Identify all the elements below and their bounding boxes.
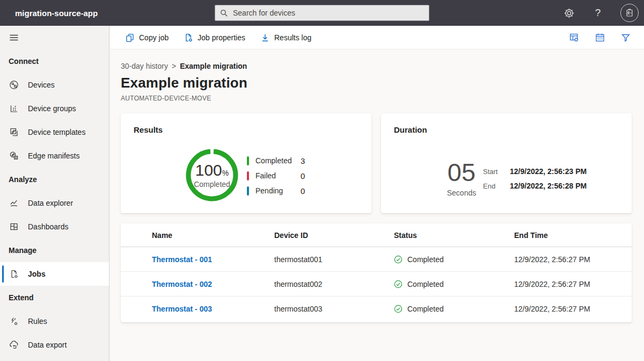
legend-label: Pending bbox=[255, 186, 301, 195]
legend-color-failed bbox=[247, 171, 249, 180]
legend-value: 0 bbox=[301, 171, 305, 180]
legend-item-failed: Failed 0 bbox=[247, 170, 305, 181]
filter-button[interactable] bbox=[620, 32, 631, 43]
search-icon bbox=[219, 9, 229, 18]
column-header-status[interactable]: Status bbox=[394, 231, 514, 240]
sidebar-item-label: Device templates bbox=[28, 128, 85, 136]
sidebar-item-label: Data explorer bbox=[28, 199, 73, 207]
column-options-icon bbox=[569, 32, 580, 43]
rules-icon bbox=[9, 316, 19, 327]
donut-percent-sign: % bbox=[222, 169, 229, 177]
status-text: Completed bbox=[407, 305, 444, 313]
legend-value: 3 bbox=[301, 156, 305, 165]
sidebar-item-jobs[interactable]: Jobs bbox=[0, 262, 109, 286]
column-header-device-id[interactable]: Device ID bbox=[274, 231, 394, 240]
sidebar-section-manage: Manage bbox=[0, 239, 109, 262]
gear-icon bbox=[564, 8, 575, 19]
legend-item-pending: Pending 0 bbox=[247, 185, 305, 196]
column-header-end-time[interactable]: End Time bbox=[514, 231, 632, 240]
top-bar: migration-source-app ? bbox=[0, 0, 644, 26]
device-link[interactable]: Thermostat - 003 bbox=[152, 305, 274, 313]
duration-card: Duration 05 Seconds Start 12/9/2022, 2:5… bbox=[381, 113, 632, 213]
sidebar-item-devices[interactable]: Devices bbox=[0, 73, 109, 97]
end-time-row: End 12/9/2022, 2:56:28 PM bbox=[483, 182, 587, 192]
account-button[interactable] bbox=[620, 4, 639, 22]
help-button[interactable]: ? bbox=[591, 6, 604, 19]
column-options-button[interactable] bbox=[569, 32, 580, 43]
device-templates-icon bbox=[9, 127, 19, 138]
copy-job-button[interactable]: Copy job bbox=[125, 33, 169, 42]
sidebar-item-data-explorer[interactable]: Data explorer bbox=[0, 191, 109, 215]
copy-icon bbox=[125, 33, 135, 42]
selected-indicator bbox=[2, 265, 4, 283]
device-groups-icon bbox=[9, 103, 19, 114]
legend-item-completed: Completed 3 bbox=[247, 155, 305, 166]
results-card: Results 100 % Completed Completed 3 bbox=[121, 113, 371, 213]
copy-job-label: Copy job bbox=[139, 33, 169, 42]
edge-manifests-icon bbox=[9, 150, 19, 161]
start-label: Start bbox=[483, 168, 507, 176]
duration-value-block: 05 Seconds bbox=[434, 158, 489, 197]
sidebar-section-extend: Extend bbox=[0, 286, 109, 309]
end-time-cell: 12/9/2022, 2:56:27 PM bbox=[514, 255, 632, 264]
breadcrumb-30-day-history[interactable]: 30-day history bbox=[121, 62, 168, 70]
table-row[interactable]: Thermostat - 001 thermostat001 Completed… bbox=[121, 247, 632, 272]
sidebar-item-label: Data export bbox=[28, 341, 67, 349]
data-explorer-icon bbox=[9, 198, 19, 208]
job-properties-icon bbox=[184, 33, 193, 42]
results-donut-chart: 100 % Completed bbox=[184, 147, 240, 203]
dashboards-icon bbox=[9, 221, 19, 232]
time-range-button[interactable] bbox=[595, 32, 605, 43]
sidebar-item-rules[interactable]: Rules bbox=[0, 309, 109, 333]
status-text: Completed bbox=[407, 255, 444, 264]
calendar-icon bbox=[595, 32, 605, 43]
sidebar-item-dashboards[interactable]: Dashboards bbox=[0, 215, 109, 239]
app-window: migration-source-app ? bbox=[0, 0, 644, 361]
donut-percent: 100 bbox=[195, 162, 222, 178]
device-search[interactable] bbox=[215, 5, 429, 21]
settings-button[interactable] bbox=[562, 6, 575, 19]
status-cell: Completed bbox=[394, 255, 514, 264]
device-link[interactable]: Thermostat - 002 bbox=[152, 280, 274, 288]
app-title: migration-source-app bbox=[15, 9, 98, 18]
end-time-cell: 12/9/2022, 2:56:27 PM bbox=[514, 305, 632, 313]
results-log-label: Results log bbox=[274, 33, 311, 42]
results-legend: Completed 3 Failed 0 Pending 0 bbox=[247, 155, 305, 200]
device-link[interactable]: Thermostat - 001 bbox=[152, 255, 274, 264]
duration-value: 05 bbox=[434, 158, 489, 186]
breadcrumb-current: Example migration bbox=[180, 62, 247, 70]
sidebar-item-device-templates[interactable]: Device templates bbox=[0, 120, 109, 144]
end-label: End bbox=[483, 182, 507, 190]
table-row[interactable]: Thermostat - 003 thermostat003 Completed… bbox=[121, 297, 632, 321]
device-results-table: Name Device ID Status End Time Thermosta… bbox=[121, 223, 632, 322]
data-export-icon bbox=[9, 340, 19, 350]
sidebar-item-label: Device groups bbox=[28, 104, 76, 113]
sidebar-item-device-groups[interactable]: Device groups bbox=[0, 97, 109, 120]
completed-check-icon bbox=[394, 280, 402, 288]
menu-toggle-button[interactable] bbox=[0, 26, 109, 49]
table-header: Name Device ID Status End Time bbox=[121, 223, 632, 247]
help-icon: ? bbox=[595, 7, 601, 19]
table-row[interactable]: Thermostat - 002 thermostat002 Completed… bbox=[121, 272, 632, 297]
sidebar-item-label: Edge manifests bbox=[28, 151, 80, 160]
filter-icon bbox=[620, 32, 631, 43]
hamburger-icon bbox=[9, 32, 19, 43]
column-header-name[interactable]: Name bbox=[152, 231, 274, 240]
legend-color-pending bbox=[247, 186, 249, 196]
sidebar-item-edge-manifests[interactable]: Edge manifests bbox=[0, 144, 109, 168]
results-card-title: Results bbox=[134, 125, 163, 134]
sidebar-section-connect: Connect bbox=[0, 49, 109, 73]
sidebar-item-data-export[interactable]: Data export bbox=[0, 333, 109, 357]
results-log-button[interactable]: Results log bbox=[260, 33, 311, 42]
download-icon bbox=[260, 33, 270, 42]
sidebar-item-label: Jobs bbox=[28, 270, 46, 278]
end-time-cell: 12/9/2022, 2:56:27 PM bbox=[514, 280, 632, 288]
job-properties-button[interactable]: Job properties bbox=[184, 33, 245, 42]
breadcrumb-separator: > bbox=[172, 62, 176, 70]
page-title: Example migration bbox=[121, 75, 247, 91]
search-input[interactable] bbox=[233, 9, 425, 17]
breadcrumb: 30-day history > Example migration bbox=[121, 62, 247, 70]
device-id-cell: thermostat003 bbox=[274, 305, 394, 313]
sidebar-item-label: Rules bbox=[28, 317, 47, 326]
sidebar-section-analyze: Analyze bbox=[0, 168, 109, 191]
